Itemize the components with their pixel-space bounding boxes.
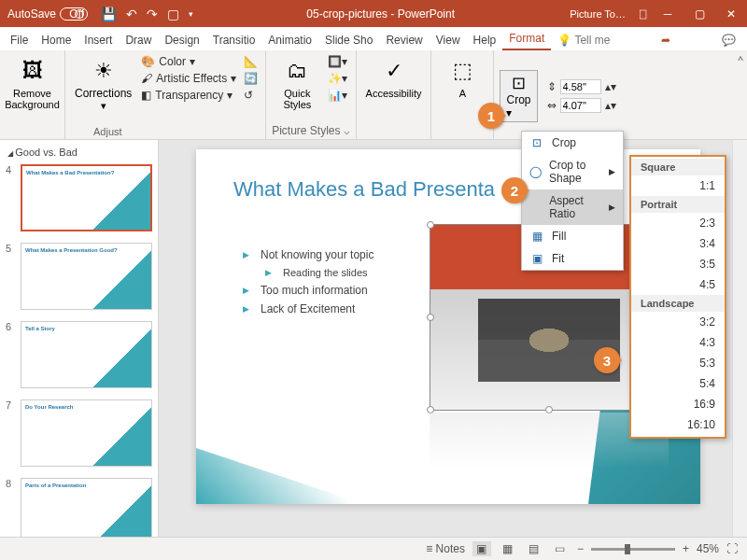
picture-layout-icon[interactable]: 📊▾ bbox=[326, 88, 349, 103]
collapse-ribbon-icon[interactable]: ^ bbox=[738, 54, 743, 67]
thumbnail-6[interactable]: 6Tell a Story bbox=[6, 321, 152, 388]
color-button[interactable]: 🎨Color ▾ bbox=[139, 54, 238, 69]
aspect-3-5[interactable]: 3:5 bbox=[631, 254, 725, 274]
color-icon: 🎨 bbox=[141, 55, 155, 68]
autosave-toggle[interactable]: AutoSave Off bbox=[0, 7, 95, 21]
aspect-16-9[interactable]: 16:9 bbox=[631, 394, 725, 414]
bullet-item: Not knowing your topic bbox=[243, 248, 374, 261]
tell-me-search[interactable]: 💡 Tell me bbox=[551, 30, 616, 50]
menu-aspect-ratio[interactable]: Aspect Ratio▶ bbox=[522, 189, 623, 225]
shape-icon: ◯ bbox=[529, 165, 542, 178]
submenu-header-landscape: Landscape bbox=[631, 295, 725, 312]
menu-crop[interactable]: ⊡Crop bbox=[522, 132, 623, 154]
reading-view-icon[interactable]: ▤ bbox=[525, 541, 543, 556]
picture-effects-icon[interactable]: ✨▾ bbox=[326, 71, 349, 86]
tab-home[interactable]: Home bbox=[35, 30, 78, 50]
save-icon[interactable]: 💾 bbox=[101, 7, 117, 21]
notes-button[interactable]: ≡ Notes bbox=[426, 542, 465, 555]
resize-handle[interactable] bbox=[427, 221, 434, 229]
aspect-3-4[interactable]: 3:4 bbox=[631, 233, 725, 254]
bullet-item: Lack of Excitement bbox=[243, 302, 374, 315]
menu-crop-to-shape[interactable]: ◯Crop to Shape▶ bbox=[522, 154, 623, 189]
callout-2: 2 bbox=[501, 177, 528, 203]
aspect-2-3[interactable]: 2:3 bbox=[631, 213, 725, 233]
sorter-view-icon[interactable]: ▦ bbox=[499, 541, 517, 556]
zoom-out-icon[interactable]: − bbox=[577, 542, 584, 555]
menu-fit[interactable]: ▣Fit bbox=[522, 247, 623, 270]
tab-file[interactable]: File bbox=[4, 30, 35, 50]
contextual-tab-label[interactable]: Picture To… bbox=[562, 6, 633, 22]
quick-access-toolbar: 💾 ↶ ↷ ▢ ▾ bbox=[95, 7, 199, 21]
remove-background-button[interactable]: 🖼 Remove Background bbox=[1, 54, 63, 112]
compress-icon[interactable]: 📐 bbox=[242, 54, 260, 69]
minimize-button[interactable]: ─ bbox=[652, 0, 684, 27]
toggle-off-icon[interactable]: Off bbox=[60, 7, 88, 21]
zoom-slider[interactable] bbox=[591, 548, 675, 551]
height-input[interactable]: ⇕▴▾ bbox=[545, 78, 618, 95]
artistic-effects-button[interactable]: 🖌Artistic Effects ▾ bbox=[139, 71, 238, 86]
aspect-1-1[interactable]: 1:1 bbox=[631, 175, 725, 196]
tab-help[interactable]: Help bbox=[467, 30, 503, 50]
ribbon-options-icon[interactable]: ⎕ bbox=[633, 7, 652, 21]
bullet-item: Reading the slides bbox=[265, 267, 374, 278]
menu-fill[interactable]: ▦Fill bbox=[522, 225, 623, 247]
maximize-button[interactable]: ▢ bbox=[684, 0, 715, 27]
quick-styles-button[interactable]: 🗂 Quick Styles bbox=[272, 54, 322, 112]
thumbnail-7[interactable]: 7Do Your Research bbox=[6, 399, 152, 467]
tab-format[interactable]: Format bbox=[502, 28, 551, 50]
zoom-in-icon[interactable]: + bbox=[683, 542, 689, 555]
tab-view[interactable]: View bbox=[430, 30, 467, 50]
tab-slideshow[interactable]: Slide Sho bbox=[318, 30, 379, 50]
autosave-label: AutoSave bbox=[7, 7, 56, 21]
slide-thumbnails-pane[interactable]: Good vs. Bad 4What Makes a Bad Presentat… bbox=[0, 140, 159, 537]
picture-border-icon[interactable]: 🔲▾ bbox=[326, 54, 349, 69]
slide-accent-bottom bbox=[196, 448, 364, 504]
comments-button[interactable]: 💬 bbox=[714, 30, 743, 50]
title-bar: AutoSave Off 💾 ↶ ↷ ▢ ▾ 05-crop-pictures … bbox=[0, 0, 747, 27]
aspect-5-3[interactable]: 5:3 bbox=[631, 353, 725, 373]
tab-transitions[interactable]: Transitio bbox=[206, 30, 262, 50]
crop-dropdown-menu: ⊡Crop ◯Crop to Shape▶ Aspect Ratio▶ ▦Fil… bbox=[521, 131, 624, 271]
slide-body[interactable]: Not knowing your topic Reading the slide… bbox=[243, 243, 374, 321]
slide: What Makes a Bad Presenta Not knowing yo… bbox=[196, 149, 700, 504]
width-input[interactable]: ⇔▴▾ bbox=[545, 97, 618, 114]
tab-animations[interactable]: Animatio bbox=[261, 30, 318, 50]
thumbnail-5[interactable]: 5What Makes a Presentation Good? bbox=[6, 243, 152, 310]
aspect-5-4[interactable]: 5:4 bbox=[631, 373, 725, 394]
share-button[interactable]: ➦ bbox=[654, 30, 678, 50]
zoom-level[interactable]: 45% bbox=[697, 542, 719, 555]
aspect-4-5[interactable]: 4:5 bbox=[631, 274, 725, 295]
change-picture-icon[interactable]: 🔄 bbox=[242, 71, 260, 86]
transparency-button[interactable]: ◧Transparency ▾ bbox=[139, 88, 238, 103]
fit-icon: ▣ bbox=[529, 252, 544, 265]
aspect-3-2[interactable]: 3:2 bbox=[631, 312, 725, 332]
fit-window-icon[interactable]: ⛶ bbox=[726, 542, 738, 555]
corrections-icon: ☀ bbox=[89, 56, 119, 86]
section-header[interactable]: Good vs. Bad bbox=[0, 144, 158, 161]
arrange-button[interactable]: ⬚ A bbox=[437, 54, 487, 101]
remove-bg-icon: 🖼 bbox=[18, 56, 48, 86]
aspect-4-3[interactable]: 4:3 bbox=[631, 332, 725, 353]
ribbon-tabs: File Home Insert Draw Design Transitio A… bbox=[0, 27, 747, 50]
tab-draw[interactable]: Draw bbox=[119, 30, 158, 50]
accessibility-button[interactable]: ✓ Accessibility bbox=[362, 54, 426, 101]
vertical-scrollbar[interactable] bbox=[732, 140, 747, 537]
close-button[interactable]: ✕ bbox=[715, 0, 747, 27]
reset-picture-icon[interactable]: ↺ bbox=[242, 88, 260, 103]
tab-insert[interactable]: Insert bbox=[78, 30, 119, 50]
thumbnail-8[interactable]: 8Parts of a Presentation bbox=[6, 478, 152, 537]
tab-review[interactable]: Review bbox=[379, 30, 429, 50]
slide-title[interactable]: What Makes a Bad Presenta bbox=[233, 177, 495, 202]
slideshow-view-icon[interactable]: ▭ bbox=[551, 541, 570, 556]
thumbnail-4[interactable]: 4What Makes a Bad Presentation? bbox=[6, 164, 152, 231]
resize-handle[interactable] bbox=[427, 314, 434, 321]
undo-icon[interactable]: ↶ bbox=[126, 7, 137, 21]
redo-icon[interactable]: ↷ bbox=[147, 7, 158, 21]
tab-design[interactable]: Design bbox=[158, 30, 205, 50]
start-show-icon[interactable]: ▢ bbox=[167, 7, 179, 21]
corrections-button[interactable]: ☀ Corrections▾ bbox=[71, 54, 135, 113]
arrange-icon: ⬚ bbox=[447, 56, 477, 86]
qat-more-icon[interactable]: ▾ bbox=[189, 9, 193, 19]
aspect-16-10[interactable]: 16:10 bbox=[631, 414, 725, 435]
normal-view-icon[interactable]: ▣ bbox=[472, 541, 491, 556]
